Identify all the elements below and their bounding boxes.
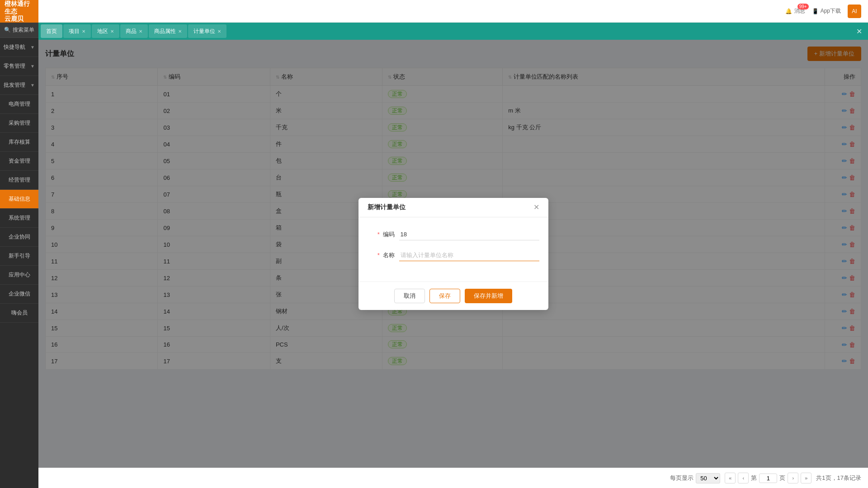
sidebar-item-label: 库存核算 [9,138,30,146]
tab-close-icon[interactable]: ✕ [82,29,85,34]
sidebar-item-operations[interactable]: 经营管理 [0,171,38,190]
sidebar-item-wechat[interactable]: 企业微信 [0,285,38,304]
header-right: 🔔 消息 99+ 📱 App下载 AI [785,5,861,18]
tab-bar: 首页 项目 ✕ 地区 ✕ 商品 ✕ 商品属性 ✕ 计量单位 ✕ ✕ [38,23,868,40]
modal-body: * 编码 * 名称 [359,217,548,282]
sidebar-item-quick-nav[interactable]: 快捷导航 ▼ [0,38,38,57]
notification-button[interactable]: 🔔 消息 99+ [785,7,805,15]
main-area: 🔔 消息 99+ 📱 App下载 AI 首页 项目 ✕ 地区 ✕ 商品 [38,0,868,488]
per-page-label: 每页显示 [670,474,693,482]
modal-footer: 取消 保存 保存并新增 [359,282,548,310]
sidebar-item-label: 新手引导 [9,252,30,260]
tab-label: 商品 [126,28,137,35]
last-page-button[interactable]: » [801,473,811,483]
sidebar-item-finance[interactable]: 资金管理 [0,152,38,171]
modal-title: 新增计量单位 [368,203,406,211]
required-mark: * [377,231,380,238]
bell-icon: 🔔 [785,8,792,14]
close-all-tabs-button[interactable]: ✕ [853,27,866,36]
sidebar-item-label: 系统管理 [9,214,30,222]
sidebar-item-basic-info[interactable]: 基础信息 [0,190,38,209]
sidebar-item-label: 零售管理 [4,62,25,70]
tab-label: 商品属性 [154,28,176,35]
sidebar-item-system[interactable]: 系统管理 [0,209,38,228]
sidebar-logo: 橙林通行生态 云鹿贝 [0,0,38,23]
next-page-button[interactable]: › [788,473,798,483]
sidebar-item-ecommerce[interactable]: 电商管理 [0,95,38,114]
search-icon: 🔍 [4,27,11,33]
sidebar-item-wholesale[interactable]: 批发管理 ▼ [0,76,38,95]
tab-home[interactable]: 首页 [41,24,62,38]
pagination-nav: « ‹ 第 页 › » [725,473,811,483]
sidebar-item-membership[interactable]: 嗨会员 [0,304,38,323]
page-unit: 页 [779,474,785,482]
chevron-down-icon: ▼ [30,64,35,69]
sidebar-item-label: 资金管理 [9,157,30,165]
required-mark: * [377,252,380,258]
sidebar-item-app-center[interactable]: 应用中心 [0,266,38,285]
top-header: 🔔 消息 99+ 📱 App下载 AI [38,0,868,23]
name-label: * 名称 [368,251,395,259]
total-info: 共1页，17条记录 [816,474,861,482]
modal-close-button[interactable]: ✕ [533,204,539,211]
sidebar-item-label: 基础信息 [9,195,30,203]
tab-label: 项目 [69,28,80,35]
tab-goods[interactable]: 商品 ✕ [120,24,148,38]
sidebar-search[interactable]: 🔍 搜索菜单 [0,23,38,38]
sidebar-item-label: 电商管理 [9,100,30,108]
avatar-text: AI [852,8,857,14]
page-number-input[interactable] [759,474,777,483]
form-row-name: * 名称 [368,249,539,261]
code-input[interactable] [399,229,539,240]
sidebar-item-label: 嗨会员 [11,309,28,317]
tab-label: 首页 [46,28,57,35]
tab-close-icon[interactable]: ✕ [178,29,182,34]
cancel-button[interactable]: 取消 [394,289,425,303]
page-size-select: 每页显示 50 100 [670,473,720,483]
tab-close-icon[interactable]: ✕ [217,29,221,34]
app-download-label: App下载 [821,7,841,15]
sidebar-item-label: 企业协同 [9,233,30,241]
content-area: 计量单位 + 新增计量单位 ⇅ 序号 ⇅ 编码 ⇅ 名称 ⇅ 状态 ⇅ 计量单位… [38,40,868,468]
tab-close-icon[interactable]: ✕ [139,29,142,34]
tab-region[interactable]: 地区 ✕ [92,24,119,38]
sidebar-item-label: 批发管理 [4,81,25,89]
tab-label: 地区 [97,28,108,35]
sidebar-item-enterprise[interactable]: 企业协同 [0,228,38,247]
tab-close-icon[interactable]: ✕ [110,29,114,34]
sidebar-item-purchase[interactable]: 采购管理 [0,114,38,133]
tab-measure-unit[interactable]: 计量单位 ✕ [188,24,226,38]
page-label: 第 [751,474,757,482]
sidebar-item-inventory[interactable]: 库存核算 [0,133,38,152]
avatar[interactable]: AI [848,5,861,18]
notification-badge: 99+ [797,4,809,9]
app-download-button[interactable]: 📱 App下载 [812,7,841,15]
sidebar-item-label: 采购管理 [9,119,30,127]
save-button[interactable]: 保存 [429,289,460,303]
sidebar-item-label: 应用中心 [9,271,30,279]
sidebar-item-label: 企业微信 [9,290,30,298]
modal-overlay[interactable]: 新增计量单位 ✕ * 编码 * 名称 [38,40,868,468]
add-measure-unit-modal: 新增计量单位 ✕ * 编码 * 名称 [359,198,548,310]
pagination-bar: 每页显示 50 100 « ‹ 第 页 › » 共1页，17条记录 [38,468,868,488]
first-page-button[interactable]: « [725,473,736,483]
prev-page-button[interactable]: ‹ [738,473,749,483]
chevron-down-icon: ▼ [30,45,35,50]
chevron-down-icon: ▼ [30,83,35,88]
search-label: 搜索菜单 [13,27,34,33]
logo-text: 橙林通行生态 云鹿贝 [5,0,34,23]
per-page-dropdown[interactable]: 50 100 [696,473,720,483]
tab-label: 计量单位 [193,28,215,35]
tab-goods-attr[interactable]: 商品属性 ✕ [149,24,187,38]
phone-icon: 📱 [812,8,819,14]
sidebar-item-guide[interactable]: 新手引导 [0,247,38,266]
form-row-code: * 编码 [368,229,539,240]
sidebar: 橙林通行生态 云鹿贝 🔍 搜索菜单 快捷导航 ▼ 零售管理 ▼ 批发管理 ▼ 电… [0,0,38,488]
tab-project[interactable]: 项目 ✕ [63,24,91,38]
sidebar-item-label: 经营管理 [9,176,30,184]
code-label: * 编码 [368,230,395,239]
name-input[interactable] [399,249,539,261]
sidebar-item-retail[interactable]: 零售管理 ▼ [0,57,38,76]
save-and-new-button[interactable]: 保存并新增 [465,289,512,303]
modal-header: 新增计量单位 ✕ [359,198,548,217]
